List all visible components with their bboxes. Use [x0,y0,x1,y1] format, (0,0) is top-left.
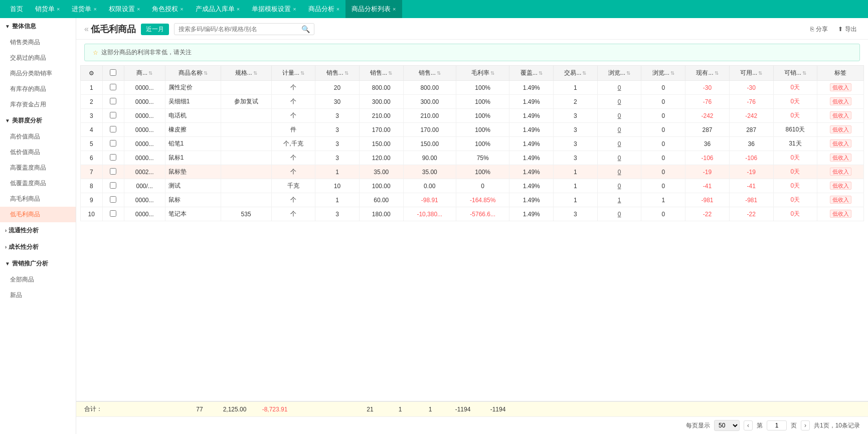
nav-template-settings[interactable]: 单据模板设置 × [246,0,302,18]
browse1-link[interactable]: 0 [618,211,621,218]
col-sellable[interactable]: 可销...⇅ [773,66,817,81]
row-checkbox[interactable] [102,151,124,165]
sidebar-item-stock-funds[interactable]: 库存资金占用 [0,97,76,112]
nav-product-analysis-close[interactable]: × [336,6,339,12]
browse1-link[interactable]: 0 [618,140,621,148]
row-checkbox[interactable] [102,123,124,137]
browse1-link[interactable]: 0 [618,84,621,91]
nav-permissions[interactable]: 权限设置 × [103,0,146,18]
search-input[interactable] [179,26,301,33]
sidebar-item-high-coverage[interactable]: 高覆盖度商品 [0,160,76,176]
share-button[interactable]: ⎘ 分享 [807,24,831,35]
row-browse1[interactable]: 0 [597,137,641,151]
row-checkbox[interactable] [102,109,124,123]
col-browse1[interactable]: 浏览...⇅ [597,66,641,81]
nav-product-analysis-list[interactable]: 商品分析列表 × [345,0,402,18]
row-select-checkbox[interactable] [110,210,116,217]
row-browse1[interactable]: 0 [597,95,641,109]
sidebar-item-sales-products[interactable]: 销售类商品 [0,35,76,50]
sidebar-item-high-margin[interactable]: 高毛利商品 [0,191,76,207]
row-name[interactable]: 铅笔1 [165,137,221,151]
nav-purchase-order-close[interactable]: × [93,6,96,12]
export-button[interactable]: ⬆ 导出 [835,24,860,35]
sidebar-item-high-value[interactable]: 高价值商品 [0,129,76,144]
col-browse2[interactable]: 浏览...⇅ [641,66,685,81]
browse1-link[interactable]: 1 [618,197,621,204]
col-current-stock[interactable]: 现有...⇅ [685,66,730,81]
col-coverage[interactable]: 覆盖...⇅ [509,66,554,81]
row-checkbox[interactable] [102,179,124,193]
row-checkbox[interactable] [102,193,124,207]
col-settings[interactable]: ⚙ [81,66,103,81]
nav-role-auth-close[interactable]: × [180,6,183,12]
sidebar-item-traded-products[interactable]: 交易过的商品 [0,50,76,66]
nav-product-analysis[interactable]: 商品分析 × [302,0,345,18]
row-select-checkbox[interactable] [110,182,116,189]
sidebar-group-growth[interactable]: › 成长性分析 [0,239,76,255]
row-select-checkbox[interactable] [110,112,116,118]
col-spec[interactable]: 规格...⇅ [221,66,271,81]
col-name[interactable]: 商品名称⇅ [165,66,221,81]
nav-sales-order-close[interactable]: × [57,6,60,12]
sidebar-item-low-value[interactable]: 低价值商品 [0,144,76,160]
sidebar-group-beauty[interactable]: ▼ 美群度分析 [0,112,76,129]
col-sales-qty[interactable]: 销售...⇅ [315,66,360,81]
row-checkbox[interactable] [102,95,124,109]
sidebar-item-all-products[interactable]: 全部商品 [0,272,76,287]
row-browse1[interactable]: 0 [597,207,641,221]
browse1-link[interactable]: 0 [618,112,621,119]
browse1-link[interactable]: 0 [618,169,621,176]
row-name[interactable]: 鼠标 [165,193,221,207]
nav-product-analysis-list-close[interactable]: × [393,6,396,12]
row-name[interactable]: 属性定价 [165,81,221,95]
browse1-link[interactable]: 0 [618,155,621,162]
row-name[interactable]: 鼠标1 [165,151,221,165]
row-name[interactable]: 橡皮擦 [165,123,221,137]
nav-purchase-order[interactable]: 进货单 × [66,0,102,18]
row-checkbox[interactable] [102,81,124,95]
row-browse1[interactable]: 0 [597,109,641,123]
row-browse1[interactable]: 0 [597,123,641,137]
sidebar-item-low-coverage[interactable]: 低覆盖度商品 [0,176,76,191]
select-all-checkbox[interactable] [110,69,116,76]
nav-home[interactable]: 首页 [4,0,29,18]
row-browse1[interactable]: 1 [597,193,641,207]
row-select-checkbox[interactable] [110,168,116,175]
row-name[interactable]: 电话机 [165,109,221,123]
row-checkbox[interactable] [102,165,124,179]
row-name[interactable]: 测试 [165,179,221,193]
row-select-checkbox[interactable] [110,126,116,132]
page-size-select[interactable]: 50 20 100 [714,420,740,431]
sidebar-group-circulation[interactable]: › 流通性分析 [0,222,76,239]
browse1-link[interactable]: 0 [618,126,621,133]
row-name[interactable]: 吴细细1 [165,95,221,109]
sidebar-item-low-margin[interactable]: 低毛利商品 [0,207,76,222]
row-select-checkbox[interactable] [110,84,116,90]
page-input[interactable] [767,420,787,430]
nav-permissions-close[interactable]: × [137,6,140,12]
nav-product-entry[interactable]: 产成品入库单 × [190,0,246,18]
sidebar-group-overall[interactable]: ▼ 整体信息 [0,18,76,35]
row-select-checkbox[interactable] [110,154,116,161]
sidebar-item-new-products[interactable]: 新品 [0,287,76,303]
col-available[interactable]: 可用...⇅ [729,66,773,81]
row-browse1[interactable]: 0 [597,151,641,165]
row-name[interactable]: 笔记本 [165,207,221,221]
col-sales-profit[interactable]: 销售...⇅ [403,66,456,81]
sidebar-item-in-stock[interactable]: 有库存的商品 [0,81,76,97]
nav-sales-order[interactable]: 销货单 × [29,0,66,18]
browse1-link[interactable]: 0 [618,98,621,105]
sidebar-collapse-btn[interactable]: « [84,25,89,34]
nav-template-close[interactable]: × [293,6,296,12]
search-icon[interactable]: 🔍 [301,25,310,33]
nav-role-auth[interactable]: 角色授权 × [146,0,189,18]
row-name[interactable]: 鼠标垫 [165,165,221,179]
col-transaction[interactable]: 交易...⇅ [554,66,598,81]
col-tag[interactable]: 标签 [817,66,864,81]
sidebar-item-category-rate[interactable]: 商品分类助销率 [0,66,76,81]
row-browse1[interactable]: 0 [597,81,641,95]
row-checkbox[interactable] [102,137,124,151]
row-browse1[interactable]: 0 [597,179,641,193]
row-select-checkbox[interactable] [110,140,116,147]
col-code[interactable]: 商...⇅ [124,66,165,81]
